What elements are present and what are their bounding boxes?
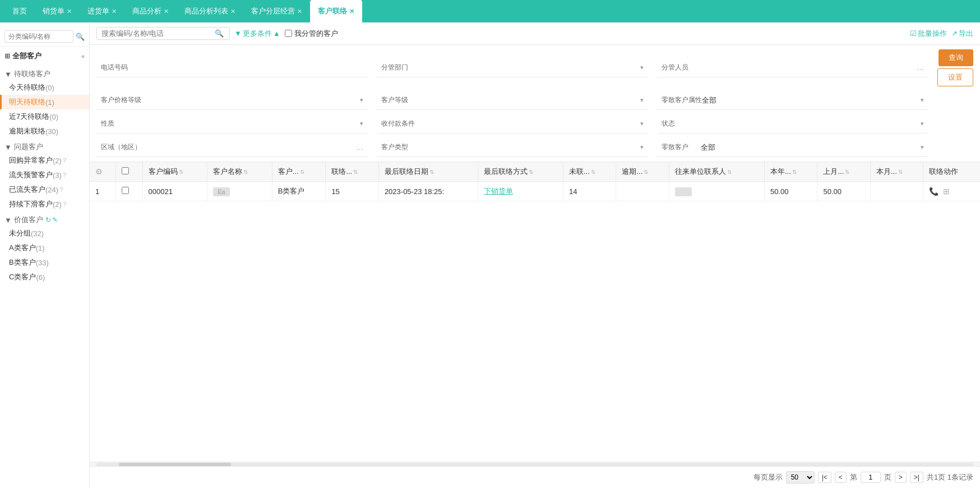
sort-name[interactable]: 客户名称 ⇅	[213, 167, 266, 177]
th-contact-count[interactable]: 联络... ⇅	[326, 162, 379, 182]
phone-input[interactable]	[140, 63, 363, 72]
th-this-month[interactable]: 本月... ⇅	[870, 162, 923, 182]
sidebar-item-declining[interactable]: 持续下滑客户 (2) ?	[0, 197, 89, 211]
page-input[interactable]	[861, 472, 881, 483]
sort-contact-person[interactable]: 往来单位联系人 ⇅	[675, 167, 759, 177]
th-type[interactable]: 客户... ⇅	[272, 162, 326, 182]
nav-item-home[interactable]: 首页	[4, 0, 35, 22]
customer-type-select[interactable]: ▾	[420, 144, 644, 151]
sort-type[interactable]: 客户... ⇅	[278, 167, 320, 177]
sort-last-date[interactable]: 最后联络日期 ⇅	[385, 167, 472, 177]
department-dropdown-arrow[interactable]: ▾	[640, 64, 644, 71]
nav-close-customer-contact[interactable]: ✕	[349, 8, 354, 15]
sidebar-item-overdue-contact[interactable]: 逾期未联络 (30)	[0, 124, 89, 139]
nature-select[interactable]: ▾	[140, 120, 363, 127]
scrollbar-thumb[interactable]	[119, 463, 231, 466]
price-tier-arrow[interactable]: ▾	[360, 96, 363, 104]
nav-item-analysis[interactable]: 商品分析 ✕	[124, 0, 177, 22]
help-icon-churn-warning[interactable]: ?	[63, 172, 66, 178]
sort-uncontacted[interactable]: 未联... ⇅	[569, 167, 611, 177]
th-last-month[interactable]: 上月... ⇅	[817, 162, 871, 182]
retail-attr-arrow[interactable]: ▾	[921, 96, 924, 104]
department-select[interactable]: ▾	[420, 64, 644, 71]
nav-close-sales[interactable]: ✕	[67, 8, 72, 15]
nav-close-analysis-list[interactable]: ✕	[230, 8, 235, 15]
batch-operations-button[interactable]: ☑ 批量操作	[910, 29, 947, 39]
action-phone-icon[interactable]: 📞	[929, 187, 939, 196]
more-conditions-button[interactable]: ▼ 更多条件 ▲	[234, 29, 280, 39]
nav-close-customer-tier[interactable]: ✕	[297, 8, 302, 15]
last-method-link[interactable]: 下销货单	[484, 187, 513, 195]
sort-code[interactable]: 客户编码 ⇅	[149, 167, 202, 177]
sort-this-year[interactable]: 本年... ⇅	[770, 167, 812, 177]
nav-item-purchase[interactable]: 进货单 ✕	[80, 0, 124, 22]
retail-customer-arrow[interactable]: ▾	[921, 144, 924, 151]
row-checkbox[interactable]	[122, 187, 129, 194]
select-all-checkbox[interactable]	[122, 167, 129, 174]
sidebar-item-abnormal[interactable]: 回购异常客户 (2) ?	[0, 153, 89, 168]
set-button[interactable]: 设置	[937, 68, 973, 86]
prev-page-button[interactable]: <	[835, 472, 847, 483]
sort-last-method[interactable]: 最后联络方式 ⇅	[484, 167, 557, 177]
search-input[interactable]	[101, 29, 214, 38]
region-select[interactable]: …	[141, 143, 363, 151]
sort-overdue[interactable]: 逾期... ⇅	[622, 167, 663, 177]
value-section-title[interactable]: ▼ 价值客户 ↻ ✎	[0, 211, 89, 226]
sidebar-item-today-contact[interactable]: 今天待联络 (0)	[0, 80, 89, 95]
pending-section-title[interactable]: ▼ 待联络客户	[0, 66, 89, 80]
sidebar-item-b-class[interactable]: B类客户 (33)	[0, 255, 89, 270]
nav-item-analysis-list[interactable]: 商品分析列表 ✕	[177, 0, 243, 22]
help-icon-abnormal[interactable]: ?	[63, 157, 66, 164]
customer-tier-select[interactable]: ▾	[420, 96, 644, 104]
help-icon-churned[interactable]: ?	[59, 186, 63, 193]
th-name[interactable]: 客户名称 ⇅	[207, 162, 272, 182]
all-customers-title[interactable]: ⊞ 全部客户 «	[4, 49, 85, 63]
region-dots[interactable]: …	[356, 143, 363, 151]
edit-icon[interactable]: ✎	[52, 216, 58, 224]
retail-attr-select[interactable]: 全部 ▾	[702, 95, 924, 105]
status-select[interactable]: ▾	[701, 120, 924, 127]
nav-close-purchase[interactable]: ✕	[112, 8, 117, 15]
nav-item-sales[interactable]: 销货单 ✕	[35, 0, 80, 22]
sort-contact-count[interactable]: 联络... ⇅	[331, 167, 373, 177]
th-uncontacted[interactable]: 未联... ⇅	[563, 162, 616, 182]
refresh-icon[interactable]: ↻	[45, 216, 51, 224]
price-tier-select[interactable]: ▾	[141, 96, 363, 104]
next-page-button[interactable]: >	[895, 472, 907, 483]
action-more-icon[interactable]: ⊞	[943, 187, 950, 196]
sidebar-search-input[interactable]	[4, 30, 73, 43]
sidebar-item-churn-warning[interactable]: 流失预警客户 (3) ?	[0, 168, 89, 182]
payment-select[interactable]: ▾	[420, 120, 644, 127]
retail-customer-select[interactable]: 全部 ▾	[701, 142, 924, 153]
sidebar-search-icon[interactable]: 🔍	[76, 33, 85, 41]
sidebar-item-tomorrow-contact[interactable]: 明天待联络 (1)	[0, 95, 89, 109]
nature-arrow[interactable]: ▾	[360, 120, 363, 127]
per-page-select[interactable]: 50 100 200	[786, 471, 815, 484]
customer-type-arrow[interactable]: ▾	[640, 144, 644, 151]
collapse-icon[interactable]: «	[81, 53, 85, 59]
my-customers-checkbox[interactable]	[285, 30, 292, 37]
th-overdue[interactable]: 逾期... ⇅	[616, 162, 669, 182]
nav-close-analysis[interactable]: ✕	[164, 8, 169, 15]
sidebar-item-a-class[interactable]: A类客户 (1)	[0, 241, 89, 255]
horizontal-scrollbar[interactable]	[90, 462, 980, 466]
query-button[interactable]: 查询	[939, 49, 973, 66]
status-arrow[interactable]: ▾	[921, 120, 924, 127]
th-last-method[interactable]: 最后联络方式 ⇅	[478, 162, 563, 182]
th-this-year[interactable]: 本年... ⇅	[764, 162, 817, 182]
nav-item-customer-contact[interactable]: 客户联络 ✕	[310, 0, 362, 22]
th-code[interactable]: 客户编码 ⇅	[142, 162, 207, 182]
sidebar-item-churned[interactable]: 已流失客户 (24) ?	[0, 182, 89, 197]
export-button[interactable]: ↗ 导出	[951, 29, 973, 39]
first-page-button[interactable]: |<	[818, 472, 831, 483]
payment-arrow[interactable]: ▾	[640, 120, 644, 127]
manager-select[interactable]: …	[701, 63, 924, 72]
sort-last-month[interactable]: 上月... ⇅	[823, 167, 865, 177]
th-last-date[interactable]: 最后联络日期 ⇅	[378, 162, 478, 182]
customer-tier-arrow[interactable]: ▾	[640, 96, 644, 104]
my-customers-checkbox-wrap[interactable]: 我分管的客户	[285, 29, 338, 39]
th-contact-person[interactable]: 往来单位联系人 ⇅	[669, 162, 764, 182]
last-page-button[interactable]: >|	[910, 472, 923, 483]
sidebar-item-c-class[interactable]: C类客户 (6)	[0, 270, 89, 284]
manager-dots[interactable]: …	[917, 63, 924, 72]
